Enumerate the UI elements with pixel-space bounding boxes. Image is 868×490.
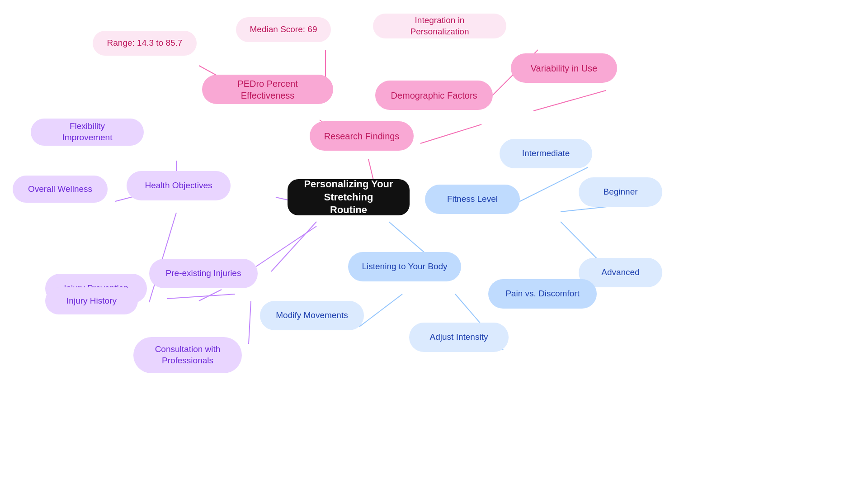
- modify-label: Modify Movements: [276, 310, 348, 321]
- pre-existing-label: Pre-existing Injuries: [166, 268, 241, 279]
- pedro-label: PEDro Percent Effectiveness: [215, 78, 321, 101]
- intermediate-label: Intermediate: [522, 148, 570, 159]
- range-label: Range: 14.3 to 85.7: [107, 38, 183, 49]
- svg-line-6: [533, 90, 606, 111]
- injury-history-label: Injury History: [66, 295, 117, 307]
- flexibility-node: Flexibility Improvement: [31, 119, 144, 146]
- listening-node: Listening to Your Body: [348, 252, 461, 281]
- center-label: Personalizing Your Stretching Routine: [300, 178, 397, 217]
- range-node: Range: 14.3 to 85.7: [93, 31, 197, 56]
- fitness-level-node: Fitness Level: [425, 185, 520, 214]
- beginner-label: Beginner: [603, 186, 637, 198]
- svg-line-12: [199, 290, 222, 301]
- listening-label: Listening to Your Body: [362, 261, 447, 272]
- consultation-node: Consultation with Professionals: [133, 337, 242, 373]
- svg-line-4: [420, 124, 481, 143]
- variability-node: Variability in Use: [511, 53, 617, 83]
- fitness-level-label: Fitness Level: [447, 194, 498, 205]
- research-findings-label: Research Findings: [324, 130, 400, 142]
- svg-line-21: [359, 294, 402, 327]
- health-objectives-label: Health Objectives: [145, 180, 212, 191]
- flexibility-label: Flexibility Improvement: [43, 121, 131, 143]
- demographic-factors-node: Demographic Factors: [375, 81, 493, 110]
- pain-label: Pain vs. Discomfort: [505, 288, 580, 300]
- center-node: Personalizing Your Stretching Routine: [288, 179, 410, 215]
- demographic-label: Demographic Factors: [391, 90, 477, 101]
- research-findings-node: Research Findings: [310, 121, 414, 151]
- advanced-label: Advanced: [601, 267, 640, 278]
- beginner-node: Beginner: [579, 177, 662, 207]
- integration-label: Integration in Personalization: [386, 15, 494, 37]
- svg-line-15: [515, 167, 588, 204]
- pre-existing-injuries-node: Pre-existing Injuries: [149, 259, 258, 288]
- svg-line-11: [271, 222, 316, 271]
- modify-movements-node: Modify Movements: [260, 301, 364, 330]
- intermediate-node: Intermediate: [500, 139, 592, 168]
- integration-node: Integration in Personalization: [373, 14, 506, 38]
- pain-discomfort-node: Pain vs. Discomfort: [488, 279, 597, 309]
- health-objectives-node: Health Objectives: [127, 171, 231, 200]
- median-label: Median Score: 69: [250, 24, 317, 35]
- pedro-node: PEDro Percent Effectiveness: [202, 75, 333, 104]
- consultation-label: Consultation with Professionals: [155, 344, 221, 366]
- overall-wellness-node: Overall Wellness: [13, 176, 108, 203]
- adjust-label: Adjust Intensity: [430, 332, 488, 343]
- svg-line-10: [149, 213, 176, 302]
- adjust-intensity-node: Adjust Intensity: [409, 323, 509, 352]
- median-score-node: Median Score: 69: [236, 17, 331, 42]
- injury-history-node: Injury History: [45, 287, 138, 314]
- overall-wellness-label: Overall Wellness: [28, 184, 92, 195]
- svg-line-13: [249, 301, 251, 344]
- svg-line-23: [167, 294, 235, 299]
- mind-map-connections: [0, 0, 868, 490]
- variability-label: Variability in Use: [531, 62, 597, 74]
